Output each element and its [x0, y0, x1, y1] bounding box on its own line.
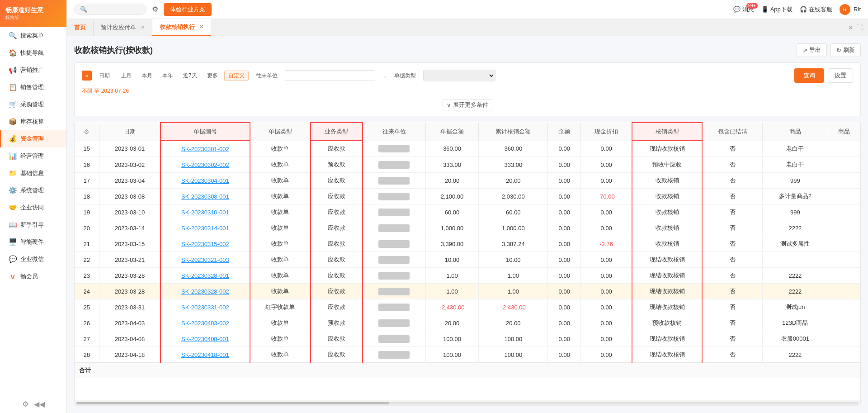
- table-row[interactable]: 21 2023-03-15 SK-20230315-002 收款单 应收款 ██…: [75, 236, 860, 252]
- cell-total-verified: 3,387.24: [479, 236, 548, 252]
- sidebar-item-search[interactable]: 🔍 搜索菜单: [0, 27, 66, 44]
- cell-balance: 0.00: [548, 315, 581, 331]
- topbar-right: 💬 消息 99+ 📱 App下载 🎧 在线客服 R Rit: [733, 4, 861, 15]
- col-gear[interactable]: ⚙: [75, 123, 99, 141]
- table-row[interactable]: 26 2023-04-03 SK-20230403-002 收款单 预收款 ██…: [75, 315, 860, 331]
- table-row[interactable]: 28 2023-04-18 SK-20230418-001 收款单 应收款 ██…: [75, 347, 860, 363]
- message-badge[interactable]: 💬 消息 99+: [733, 5, 754, 14]
- tab-close-all-icon[interactable]: ✕: [848, 24, 854, 31]
- table-row[interactable]: 24 2023-03-28 SK-20230328-002 收款单 应收款 ██…: [75, 284, 860, 299]
- topbar-search-box[interactable]: 🔍: [74, 4, 146, 15]
- doc-no-link[interactable]: SK-20230328-001: [181, 272, 229, 279]
- date-tag-this-month[interactable]: 本月: [138, 71, 156, 81]
- scrollbar-track[interactable]: [76, 402, 859, 404]
- doc-no-link[interactable]: SK-20230321-003: [181, 256, 229, 263]
- online-service-link[interactable]: 🎧 在线客服: [800, 5, 832, 14]
- tab-home[interactable]: 首页: [67, 19, 94, 36]
- sidebar-label-nav: 快捷导航: [20, 49, 44, 57]
- doc-no-link[interactable]: SK-20230328-002: [181, 288, 229, 295]
- sidebar-item-guide[interactable]: 📖 新手引导: [0, 216, 66, 233]
- tab-receivable-close[interactable]: ✕: [141, 24, 145, 30]
- sidebar-item-nav[interactable]: 🏠 快捷导航: [0, 44, 66, 62]
- app-download-link[interactable]: 📱 App下载: [761, 5, 793, 14]
- refresh-button[interactable]: ↻ 刷新: [830, 43, 861, 57]
- doc-no-link[interactable]: SK-20230302-002: [181, 161, 229, 168]
- tab-receivable[interactable]: 预计应应付单 ✕: [94, 19, 152, 36]
- sidebar-item-marketing[interactable]: 📢 营销推广: [0, 62, 66, 79]
- cell-balance: 0.00: [548, 141, 581, 157]
- filter-collapse-button[interactable]: »: [82, 71, 92, 81]
- doc-no-link[interactable]: SK-20230310-001: [181, 209, 229, 216]
- table-row[interactable]: 27 2023-04-08 SK-20230408-001 收款单 应收款 ██…: [75, 331, 860, 347]
- filter-settings-button[interactable]: 设置: [828, 68, 853, 83]
- table-row[interactable]: 19 2023-03-10 SK-20230310-001 收款单 应收款 ██…: [75, 204, 860, 220]
- partner-filter-input[interactable]: [285, 70, 375, 81]
- sidebar-item-purchase[interactable]: 🛒 采购管理: [0, 96, 66, 113]
- sidebar-item-member[interactable]: V 畅会员: [0, 268, 66, 285]
- tab-collection-close[interactable]: ✕: [199, 24, 203, 30]
- cell-num: 18: [75, 189, 99, 204]
- table-row[interactable]: 23 2023-03-28 SK-20230328-001 收款单 应收款 ██…: [75, 268, 860, 284]
- date-tag-this-year[interactable]: 本年: [159, 71, 177, 81]
- date-tag-last-month[interactable]: 上月: [117, 71, 135, 81]
- sidebar-item-sales[interactable]: 📋 销售管理: [0, 79, 66, 96]
- date-tag-custom[interactable]: 自定义: [224, 71, 249, 81]
- tab-collection[interactable]: 收款核销执行 ✕: [152, 19, 211, 36]
- table-row[interactable]: 25 2023-03-31 SK-20230331-002 红字收款单 应收款 …: [75, 299, 860, 315]
- settings-icon[interactable]: ⚙: [22, 400, 28, 408]
- table-row[interactable]: 17 2023-03-04 SK-20230304-001 收款单 应收款 ██…: [75, 173, 860, 189]
- col-verify-type: 核销类型: [632, 123, 702, 141]
- cell-goods2: [828, 173, 860, 189]
- cell-doc-type: 收款单: [250, 236, 311, 252]
- table-row[interactable]: 22 2023-03-21 SK-20230321-003 收款单 应收款 ██…: [75, 252, 860, 268]
- doc-no-link[interactable]: SK-20230418-001: [181, 351, 229, 358]
- doc-no-link[interactable]: SK-20230304-001: [181, 177, 229, 184]
- tab-fullscreen-icon[interactable]: ⛶: [856, 24, 863, 31]
- expand-conditions-button[interactable]: ∨ 展开更多条件: [443, 100, 492, 110]
- scrollbar-thumb[interactable]: [76, 402, 389, 404]
- cell-balance: 0.00: [548, 189, 581, 204]
- sidebar-label-search: 搜索菜单: [20, 32, 44, 40]
- sidebar-item-finance[interactable]: 💰 资金管理: [0, 130, 66, 147]
- cell-date: 2023-03-04: [99, 173, 160, 189]
- cell-total-verified: 1.00: [479, 268, 548, 284]
- table-scroll-area[interactable]: ⚙ 日期 单据编号 单据类型 业务类型 往来单位 单据金额 累计核销金额 余额 …: [75, 122, 860, 400]
- collapse-icon[interactable]: ◀◀: [34, 400, 45, 408]
- sidebar-footer: ⚙ ◀◀: [0, 395, 66, 413]
- cell-include-settled: 否: [702, 315, 763, 331]
- date-tag-more[interactable]: 更多: [203, 71, 222, 81]
- industry-solution-button[interactable]: 体验行业方案: [164, 3, 212, 16]
- table-row[interactable]: 16 2023-03-02 SK-20230302-002 收款单 预收款 ██…: [75, 157, 860, 173]
- table-row[interactable]: 18 2023-03-08 SK-20230308-001 收款单 应收款 ██…: [75, 189, 860, 204]
- hardware-icon: 🖥️: [9, 238, 17, 246]
- cell-num: 28: [75, 347, 99, 363]
- cell-doc-type: 收款单: [250, 331, 311, 347]
- table-gear-icon[interactable]: ⚙: [84, 128, 90, 135]
- doc-no-link[interactable]: SK-20230315-002: [181, 241, 229, 247]
- query-button[interactable]: 查询: [794, 68, 824, 83]
- date-tag-7days[interactable]: 近7天: [179, 71, 201, 81]
- doc-no-link[interactable]: SK-20230331-002: [181, 304, 229, 311]
- cell-verify-type: 收款核销: [632, 204, 702, 220]
- user-info[interactable]: R Rit: [840, 4, 861, 15]
- sidebar-item-operation[interactable]: 📊 经营管理: [0, 147, 66, 165]
- cell-biz-type: 应收款: [311, 189, 362, 204]
- doc-no-link[interactable]: SK-20230408-001: [181, 336, 229, 342]
- table-row[interactable]: 20 2023-03-14 SK-20230314-001 收款单 应收款 ██…: [75, 220, 860, 236]
- horizontal-scrollbar[interactable]: [75, 400, 860, 405]
- sidebar-item-wechat[interactable]: 💬 企业微信: [0, 251, 66, 268]
- sidebar-item-enterprise[interactable]: 🤝 企业协同: [0, 199, 66, 216]
- sidebar-item-basic[interactable]: 📁 基础信息: [0, 165, 66, 182]
- doc-no-link[interactable]: SK-20230314-001: [181, 225, 229, 232]
- doc-type-filter-select[interactable]: [423, 70, 495, 81]
- cell-doc-type: 收款单: [250, 173, 311, 189]
- table-row[interactable]: 15 2023-03-01 SK-20230301-002 收款单 应收款 ██…: [75, 141, 860, 157]
- sidebar-item-inventory[interactable]: 📦 库存核算: [0, 113, 66, 130]
- topbar-gear-icon[interactable]: ⚙: [152, 5, 158, 14]
- export-button[interactable]: ↗ 导出: [797, 43, 827, 57]
- doc-no-link[interactable]: SK-20230403-002: [181, 320, 229, 327]
- doc-no-link[interactable]: SK-20230308-001: [181, 193, 229, 200]
- doc-no-link[interactable]: SK-20230301-002: [181, 146, 229, 152]
- sidebar-item-hardware[interactable]: 🖥️ 智能硬件: [0, 233, 66, 251]
- sidebar-item-system[interactable]: ⚙️ 系统管理: [0, 182, 66, 199]
